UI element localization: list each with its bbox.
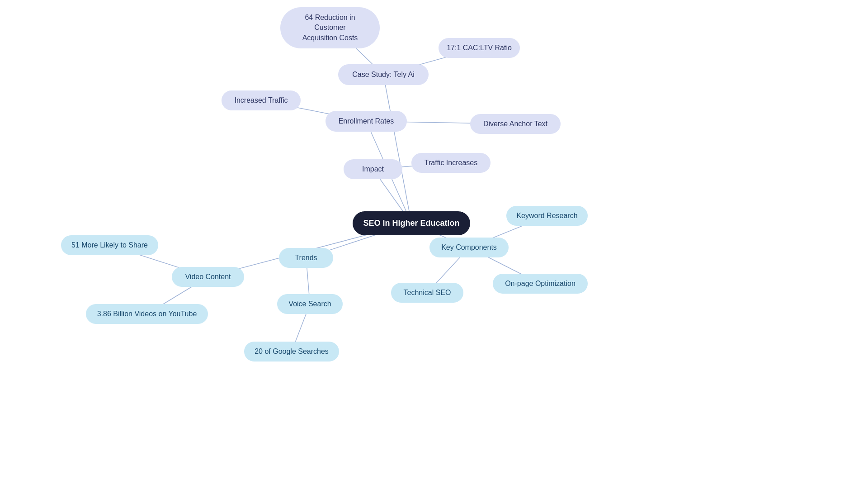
node-traffic_increases: Traffic Increases — [411, 153, 491, 173]
node-enrollment: Enrollment Rates — [326, 111, 407, 132]
node-keyword_research: Keyword Research — [506, 206, 588, 226]
node-diverse_anchor: Diverse Anchor Text — [470, 114, 561, 134]
node-more_likely: 51 More Likely to Share — [61, 235, 158, 255]
node-increased_traffic: Increased Traffic — [222, 90, 301, 110]
svg-line-0 — [383, 75, 411, 223]
mindmap-container: SEO in Higher EducationCase Study: Tely … — [0, 0, 868, 490]
node-onpage: On-page Optimization — [493, 274, 588, 294]
node-trends: Trends — [279, 248, 333, 268]
node-billion_videos: 3.86 Billion Videos on YouTube — [86, 304, 208, 324]
node-reduction: 64 Reduction in Customer Acquisition Cos… — [280, 7, 380, 48]
node-google_searches: 20 of Google Searches — [244, 342, 339, 362]
node-impact: Impact — [344, 159, 402, 179]
node-voice_search: Voice Search — [277, 294, 343, 314]
node-center: SEO in Higher Education — [353, 211, 470, 235]
node-video_content: Video Content — [172, 267, 244, 287]
node-case_study: Case Study: Tely Ai — [338, 64, 429, 85]
node-technical_seo: Technical SEO — [391, 283, 463, 303]
node-cac_ltv: 17:1 CAC:LTV Ratio — [439, 38, 520, 58]
node-key_components: Key Components — [429, 238, 509, 257]
